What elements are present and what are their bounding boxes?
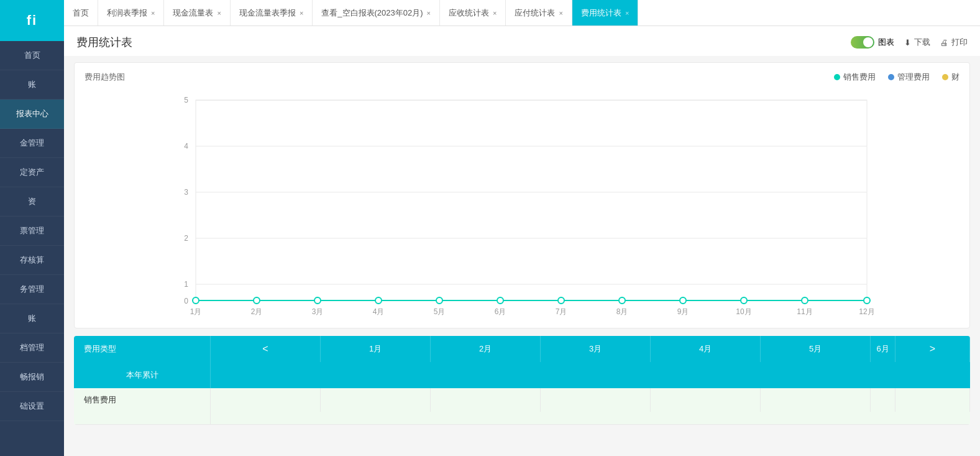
- content-area: 费用趋势图 销售费用 管理费用 财: [64, 56, 980, 456]
- svg-text:6月: 6月: [495, 307, 506, 316]
- sidebar-item-expense[interactable]: 畅报销: [0, 363, 64, 392]
- svg-text:1月: 1月: [190, 307, 202, 316]
- col-month5: 5月: [761, 336, 871, 362]
- svg-text:5: 5: [184, 96, 188, 105]
- cell-month4: [651, 388, 761, 412]
- svg-point-13: [193, 297, 199, 304]
- sidebar-item-capital[interactable]: 资: [0, 187, 64, 216]
- sidebar-item-assets[interactable]: 定资产: [0, 158, 64, 187]
- print-button[interactable]: 🖨 打印: [940, 37, 968, 48]
- close-icon[interactable]: ×: [217, 9, 221, 17]
- download-button[interactable]: ⬇ 下载: [904, 37, 930, 48]
- tab-cashflow[interactable]: 现金流量表 ×: [164, 0, 230, 26]
- next-arrow-icon[interactable]: >: [930, 343, 935, 355]
- svg-point-21: [680, 297, 686, 304]
- tab-home[interactable]: 首页: [64, 0, 98, 26]
- cell-month6: [871, 388, 895, 412]
- page-title: 费用统计表: [76, 35, 132, 50]
- close-icon[interactable]: ×: [427, 9, 431, 17]
- tab-cashflow-quarterly[interactable]: 现金流量表季报 ×: [231, 0, 313, 26]
- col-nav-next[interactable]: >: [895, 336, 970, 362]
- prev-arrow-icon[interactable]: <: [262, 343, 268, 355]
- svg-text:2月: 2月: [251, 307, 263, 316]
- cell-type: 销售费用: [74, 388, 211, 412]
- col-month6: 6月: [871, 336, 895, 362]
- close-icon[interactable]: ×: [625, 9, 629, 17]
- svg-text:2: 2: [184, 234, 188, 243]
- close-icon[interactable]: ×: [151, 9, 155, 17]
- table-row: 销售费用: [74, 388, 970, 425]
- header-actions: 图表 ⬇ 下载 🖨 打印: [851, 36, 968, 49]
- chart-svg-area: 5 4 3 2 1 0: [85, 89, 959, 319]
- sidebar: fi 首页 账 报表中心 金管理 定资产 资 票管理 存核算 务管理 账 档管理…: [0, 0, 64, 456]
- svg-text:11月: 11月: [797, 307, 812, 316]
- tab-blank-report[interactable]: 查看_空白报表(2023年02月) ×: [313, 0, 440, 26]
- svg-point-15: [314, 297, 321, 304]
- sidebar-item-home[interactable]: 首页: [0, 41, 64, 70]
- svg-text:8月: 8月: [616, 307, 628, 316]
- svg-text:4: 4: [184, 142, 188, 151]
- close-icon[interactable]: ×: [559, 9, 562, 17]
- page-header: 费用统计表 图表 ⬇ 下载 🖨 打印: [64, 26, 980, 56]
- col-month3: 3月: [541, 336, 651, 362]
- tab-payable[interactable]: 应付统计表 ×: [506, 0, 572, 26]
- print-icon: 🖨: [940, 38, 948, 47]
- sidebar-item-reports[interactable]: 报表中心: [0, 100, 64, 129]
- sidebar-item-finance[interactable]: 金管理: [0, 129, 64, 158]
- svg-text:12月: 12月: [859, 307, 874, 316]
- cell-nav-spacer: [211, 388, 321, 412]
- svg-point-23: [802, 297, 808, 304]
- cell-ytd: [74, 412, 211, 424]
- tab-expense-stats[interactable]: 费用统计表 ×: [572, 0, 638, 26]
- expense-table: 费用类型 < 1月 2月 3月 4月 5月: [74, 336, 970, 425]
- col-ytd: 本年累计: [74, 362, 211, 388]
- close-icon[interactable]: ×: [300, 9, 303, 17]
- tab-bar: 首页 利润表季报 × 现金流量表 × 现金流量表季报 × 查看_空白报表(202…: [64, 0, 980, 26]
- svg-text:3: 3: [184, 188, 188, 197]
- svg-point-22: [741, 297, 747, 304]
- col-month2: 2月: [431, 336, 541, 362]
- sidebar-item-settings[interactable]: 础设置: [0, 392, 64, 421]
- cell-month5: [761, 388, 871, 412]
- svg-point-14: [254, 297, 260, 304]
- sidebar-item-ledger[interactable]: 账: [0, 304, 64, 333]
- sidebar-item-archives[interactable]: 档管理: [0, 333, 64, 363]
- svg-point-16: [375, 297, 382, 304]
- svg-text:5月: 5月: [434, 307, 446, 316]
- legend-label-financial: 财: [951, 72, 959, 83]
- chart-toggle-label: 图表: [878, 37, 894, 48]
- svg-text:9月: 9月: [677, 307, 689, 316]
- svg-text:7月: 7月: [556, 307, 567, 316]
- cell-month3: [541, 388, 651, 412]
- chart-header: 费用趋势图 销售费用 管理费用 财: [85, 72, 959, 83]
- app-logo: fi: [0, 0, 64, 41]
- legend-label-sales: 销售费用: [843, 72, 876, 83]
- chart-card: 费用趋势图 销售费用 管理费用 财: [74, 62, 970, 328]
- col-month1: 1月: [321, 336, 431, 362]
- sidebar-item-account[interactable]: 账: [0, 70, 64, 100]
- svg-text:1: 1: [184, 280, 188, 289]
- table-header-row: 费用类型 < 1月 2月 3月 4月 5月: [74, 336, 970, 388]
- sidebar-item-tickets[interactable]: 票管理: [0, 216, 64, 246]
- cell-month1: [321, 388, 431, 412]
- chart-toggle[interactable]: [851, 36, 874, 49]
- legend-dot-sales: [834, 74, 840, 80]
- svg-text:10月: 10月: [736, 307, 751, 316]
- download-icon: ⬇: [904, 38, 911, 47]
- col-type: 费用类型: [74, 336, 211, 362]
- svg-text:0: 0: [184, 297, 188, 305]
- chart-title: 费用趋势图: [85, 72, 125, 83]
- svg-text:3月: 3月: [312, 307, 324, 316]
- col-nav-prev[interactable]: <: [211, 336, 321, 362]
- col-month4: 4月: [651, 336, 761, 362]
- chart-toggle-wrap: 图表: [851, 36, 894, 49]
- tab-profit-quarterly[interactable]: 利润表季报 ×: [98, 0, 164, 26]
- sidebar-item-inventory[interactable]: 存核算: [0, 246, 64, 275]
- close-icon[interactable]: ×: [493, 9, 497, 17]
- chart-legend: 销售费用 管理费用 财: [834, 72, 959, 83]
- tab-receivable[interactable]: 应收统计表 ×: [440, 0, 506, 26]
- sidebar-item-services[interactable]: 务管理: [0, 275, 64, 304]
- legend-sales: 销售费用: [834, 72, 876, 83]
- line-chart: 5 4 3 2 1 0: [85, 89, 959, 319]
- svg-point-19: [558, 297, 564, 304]
